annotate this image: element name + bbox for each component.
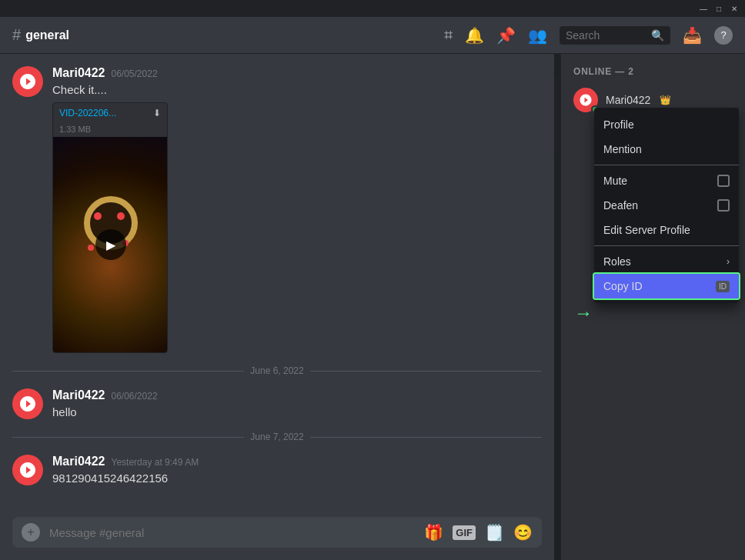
crown-icon: 👑	[660, 95, 671, 105]
message-group: Mari0422 06/06/2022 hello	[12, 388, 542, 419]
input-actions: 🎁 GIF 🗒️ 😊	[424, 523, 533, 542]
video-filename: VID-202206...	[59, 108, 116, 118]
context-copy-id-label: Copy ID	[603, 280, 716, 292]
sticker-icon[interactable]: 🗒️	[485, 523, 504, 542]
threads-icon[interactable]: ⌗	[444, 26, 453, 44]
members-icon[interactable]: 👥	[528, 26, 547, 45]
context-mention[interactable]: Mention	[594, 137, 739, 162]
input-bar: + 🎁 GIF 🗒️ 😊	[0, 511, 554, 560]
message-author: Mari0422	[52, 388, 105, 402]
context-deafen[interactable]: Deafen	[594, 193, 739, 218]
message-author: Mari0422	[52, 66, 105, 80]
input-container: + 🎁 GIF 🗒️ 😊	[12, 517, 542, 548]
context-divider	[594, 245, 739, 246]
date-divider-label: June 6, 2022	[250, 365, 303, 376]
avatar	[12, 66, 43, 97]
message-header: Mari0422 06/06/2022	[52, 388, 542, 402]
context-deafen-label: Deafen	[603, 199, 717, 212]
message-text: Check it....	[52, 83, 542, 96]
video-thumbnail[interactable]: ▶	[53, 137, 168, 352]
video-size: 1.33 MB	[53, 123, 167, 137]
date-divider-label: June 7, 2022	[250, 432, 303, 442]
chevron-right-icon: ›	[727, 256, 730, 267]
message-input[interactable]	[49, 526, 415, 539]
context-profile[interactable]: Profile	[594, 112, 739, 137]
download-icon[interactable]: ⬇	[153, 108, 161, 118]
titlebar: — □ ✕	[0, 0, 745, 17]
chat-area: Mari0422 06/05/2022 Check it.... VID-202…	[0, 54, 554, 560]
play-button[interactable]: ▶	[95, 229, 126, 260]
avatar	[12, 388, 43, 419]
message-header: Mari0422 Yesterday at 9:49 AM	[52, 455, 542, 468]
context-mute[interactable]: Mute	[594, 168, 739, 193]
message-content: Mari0422 06/06/2022 hello	[52, 388, 542, 419]
video-bg: ▶	[53, 137, 168, 352]
search-placeholder: Search	[566, 29, 600, 42]
message-author: Mari0422	[52, 455, 105, 468]
context-mute-label: Mute	[603, 175, 717, 187]
context-menu: Profile Mention Mute Deafen Edit Server …	[594, 108, 739, 303]
scrollbar[interactable]	[554, 54, 560, 560]
help-icon[interactable]: ?	[714, 26, 733, 45]
context-mention-label: Mention	[603, 143, 730, 155]
member-name: Mari0422	[606, 94, 650, 106]
message-timestamp: Yesterday at 9:49 AM	[112, 457, 199, 468]
context-edit-server-profile[interactable]: Edit Server Profile	[594, 218, 739, 242]
search-icon: 🔍	[651, 29, 664, 42]
search-bar[interactable]: Search 🔍	[560, 26, 670, 45]
video-attachment[interactable]: VID-202206... ⬇ 1.33 MB	[52, 102, 168, 353]
add-attachment-button[interactable]: +	[22, 523, 40, 542]
messages-list: Mari0422 06/05/2022 Check it.... VID-202…	[0, 54, 554, 511]
channel-name: # general	[12, 26, 69, 44]
context-roles[interactable]: Roles ›	[594, 249, 739, 274]
message-timestamp: 06/06/2022	[112, 391, 158, 402]
channel-hash-icon: #	[12, 26, 21, 44]
context-edit-server-profile-label: Edit Server Profile	[603, 224, 730, 236]
date-divider: June 7, 2022	[12, 432, 542, 442]
maximize-button[interactable]: □	[714, 4, 723, 13]
minimize-button[interactable]: —	[699, 4, 708, 13]
mute-checkbox[interactable]	[717, 175, 730, 187]
close-button[interactable]: ✕	[730, 4, 739, 13]
scrollbar-thumb	[555, 77, 560, 154]
members-header: ONLINE — 2	[567, 66, 739, 77]
inbox-icon[interactable]: 📥	[683, 26, 702, 45]
message-content: Mari0422 06/05/2022 Check it.... VID-202…	[52, 66, 542, 353]
header-icons: ⌗ 🔔 📌 👥 Search 🔍 📥 ?	[444, 26, 733, 45]
message-content: Mari0422 Yesterday at 9:49 AM 9812904152…	[52, 455, 542, 485]
context-profile-label: Profile	[603, 118, 730, 131]
message-text: 981290415246422156	[52, 472, 542, 485]
date-divider: June 6, 2022	[12, 365, 542, 376]
context-roles-label: Roles	[603, 255, 727, 268]
message-group: Mari0422 Yesterday at 9:49 AM 9812904152…	[12, 455, 542, 485]
avatar	[12, 455, 43, 485]
channel-name-label: general	[25, 28, 69, 42]
deafen-checkbox[interactable]	[717, 199, 730, 212]
message-header: Mari0422 06/05/2022	[52, 66, 542, 80]
context-copy-id[interactable]: Copy ID ID	[594, 274, 739, 298]
emoji-icon[interactable]: 😊	[513, 523, 533, 542]
video-header: VID-202206... ⬇	[53, 103, 167, 123]
context-divider	[594, 165, 739, 165]
notifications-icon[interactable]: 🔔	[465, 26, 484, 45]
gif-icon[interactable]: GIF	[453, 525, 476, 540]
message-text: hello	[52, 405, 542, 418]
arrow-indicator: →	[574, 302, 593, 324]
pin-icon[interactable]: 📌	[496, 26, 516, 45]
header: # general ⌗ 🔔 📌 👥 Search 🔍 📥 ?	[0, 17, 745, 54]
message-timestamp: 06/05/2022	[112, 68, 158, 79]
copy-id-badge: ID	[716, 281, 730, 292]
message-group: Mari0422 06/05/2022 Check it.... VID-202…	[12, 66, 542, 353]
gift-icon[interactable]: 🎁	[424, 523, 443, 542]
